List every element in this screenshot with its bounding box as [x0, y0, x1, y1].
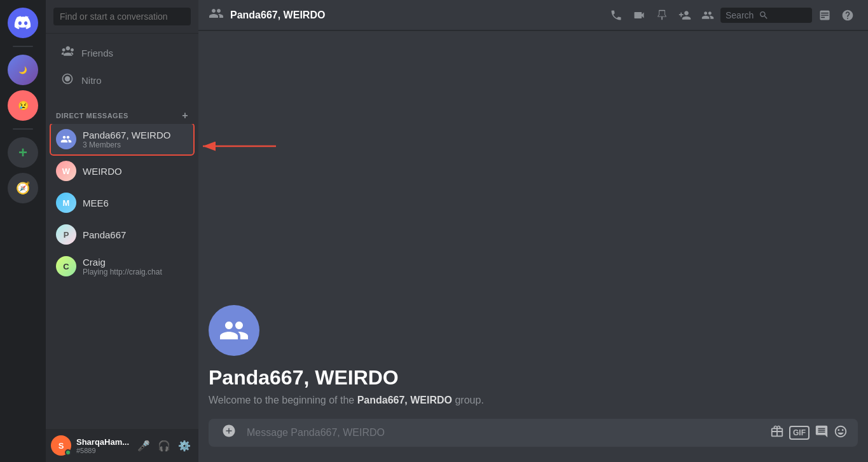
header-search[interactable]: Search — [720, 8, 812, 23]
craig-name: Craig — [83, 257, 188, 268]
panda667-name: Panda667 — [83, 229, 188, 240]
video-button[interactable] — [629, 5, 649, 25]
pin-button[interactable] — [652, 5, 672, 25]
chat-welcome-text: Welcome to the beginning of the Panda667… — [209, 395, 858, 406]
dm-item-craig[interactable]: C Craig Playing http://craig.chat — [51, 251, 193, 282]
dm-search-input[interactable] — [53, 8, 191, 25]
settings-button[interactable]: ⚙️ — [176, 437, 193, 454]
nitro-icon — [61, 72, 74, 88]
user-panel: S SharqaHam... #5889 🎤 🎧 ⚙️ — [46, 429, 198, 462]
dm-section-label: DIRECT MESSAGES — [56, 112, 128, 119]
server-divider-2 — [13, 128, 33, 130]
user-name: SharqaHam... — [76, 437, 130, 447]
add-member-button[interactable] — [675, 5, 695, 25]
server-icon-1[interactable]: 🌙 — [8, 55, 38, 85]
mee6-info: MEE6 — [83, 198, 188, 208]
main-content: Panda667, WEIRDO — [198, 0, 868, 462]
attach-button[interactable] — [219, 421, 239, 445]
message-input-box: GIF — [209, 419, 858, 447]
add-dm-button[interactable]: + — [182, 110, 188, 121]
nav-item-nitro[interactable]: Nitro — [51, 67, 193, 93]
nitro-label: Nitro — [81, 75, 102, 86]
chat-welcome-title: Panda667, WEIRDO — [209, 366, 858, 390]
add-server-button[interactable]: + — [8, 137, 38, 168]
chat-welcome-avatar — [209, 305, 259, 356]
group-dm-info: Panda667, WEIRDO 3 Members — [83, 130, 188, 149]
welcome-text-before: Welcome to the beginning of the — [209, 395, 357, 405]
message-input[interactable] — [247, 419, 762, 446]
group-dm-status: 3 Members — [83, 140, 188, 149]
user-avatar: S — [51, 435, 71, 456]
dm-item-mee6[interactable]: M MEE6 — [51, 187, 193, 218]
gif-button[interactable]: GIF — [789, 426, 809, 440]
dm-section-header: DIRECT MESSAGES + — [46, 100, 198, 124]
message-input-area: GIF — [198, 419, 868, 462]
gif-label: GIF — [793, 428, 806, 437]
sticker-button[interactable] — [815, 425, 829, 442]
user-tag: #5889 — [76, 447, 130, 454]
discord-home-button[interactable] — [8, 8, 38, 38]
help-button[interactable] — [837, 5, 858, 25]
channel-header-left: Panda667, WEIRDO — [209, 6, 325, 24]
nav-item-friends[interactable]: Friends — [51, 40, 193, 66]
craig-info: Craig Playing http://craig.chat — [83, 257, 188, 276]
dm-item-weirdo[interactable]: W WEIRDO — [51, 156, 193, 186]
server-sidebar: 🌙 😢 + 🧭 — [0, 0, 46, 462]
svg-point-0 — [65, 76, 70, 81]
weirdo-name: WEIRDO — [83, 166, 188, 177]
app-container: 🌙 😢 + 🧭 Friends — [0, 0, 868, 462]
channel-header-right: Search — [606, 5, 858, 25]
weirdo-avatar: W — [56, 161, 76, 181]
dm-item-panda667[interactable]: P Panda667 — [51, 219, 193, 250]
user-info: SharqaHam... #5889 — [76, 437, 130, 454]
search-placeholder: Search — [726, 10, 754, 20]
mee6-avatar: M — [56, 193, 76, 213]
craig-avatar: C — [56, 256, 76, 276]
group-dm-avatar — [56, 129, 76, 149]
welcome-group-name: Panda667, WEIRDO — [357, 395, 452, 405]
dm-search-bar[interactable] — [46, 0, 198, 34]
friends-icon — [61, 45, 74, 61]
call-button[interactable] — [606, 5, 626, 25]
headphones-button[interactable]: 🎧 — [155, 437, 173, 454]
craig-status: Playing http://craig.chat — [83, 268, 188, 276]
server-divider — [13, 46, 33, 47]
gift-button[interactable] — [770, 425, 784, 442]
panda667-avatar: P — [56, 224, 76, 245]
panda667-info: Panda667 — [83, 229, 188, 240]
welcome-text-after: group. — [452, 395, 484, 405]
dm-nav: Friends Nitro — [46, 34, 198, 100]
dm-item-group-panda-weirdo[interactable]: Panda667, WEIRDO 3 Members — [51, 124, 193, 154]
server-icon-2[interactable]: 😢 — [8, 90, 38, 121]
search-icon — [759, 10, 769, 20]
channel-header: Panda667, WEIRDO — [198, 0, 868, 31]
microphone-button[interactable]: 🎤 — [135, 437, 153, 454]
mee6-name: MEE6 — [83, 198, 188, 208]
friends-label: Friends — [81, 48, 113, 58]
chat-welcome: Panda667, WEIRDO Welcome to the beginnin… — [209, 292, 858, 419]
members-button[interactable] — [698, 5, 718, 25]
user-status-dot — [65, 449, 71, 456]
input-actions: GIF — [770, 425, 848, 442]
dm-sidebar: Friends Nitro DIRECT MESSAGES + — [46, 0, 198, 462]
user-controls: 🎤 🎧 ⚙️ — [135, 437, 193, 454]
emoji-button[interactable] — [834, 425, 848, 442]
group-dm-name: Panda667, WEIRDO — [83, 130, 188, 140]
chat-area: Panda667, WEIRDO Welcome to the beginnin… — [198, 31, 868, 419]
inbox-button[interactable] — [815, 5, 835, 25]
channel-header-title: Panda667, WEIRDO — [230, 10, 325, 21]
dm-list: Panda667, WEIRDO 3 Members W WEIRDO M ME… — [46, 124, 198, 429]
group-dm-header-icon — [209, 6, 224, 24]
explore-button[interactable]: 🧭 — [8, 173, 38, 203]
weirdo-info: WEIRDO — [83, 166, 188, 177]
